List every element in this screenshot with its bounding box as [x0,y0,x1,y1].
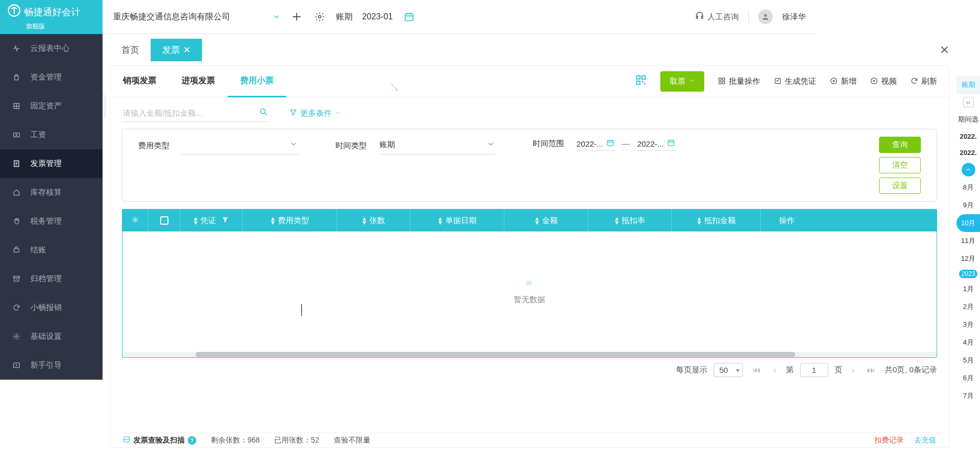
filter-settings-button[interactable]: 设置 [879,178,921,194]
sidebar-item-11[interactable]: 新手引导 [0,351,103,380]
float-month[interactable]: 10月 [956,214,980,232]
time-range-label: 时间范围 [533,139,568,149]
sort-icon[interactable]: ▲▼ [270,216,276,225]
expense-type-select[interactable] [181,137,299,154]
sort-icon[interactable]: ▲▼ [193,216,199,225]
float-month[interactable]: 3月 [956,316,980,334]
page-tab-0[interactable]: 首页 [110,39,151,61]
column-header-0[interactable]: ▲▼凭证 [180,209,243,231]
search-input[interactable] [122,104,268,121]
float-tab-period[interactable]: 账期 [956,76,980,94]
video-button[interactable]: 视频 [870,76,897,86]
column-label: 操作 [779,216,795,226]
sort-icon[interactable]: ▲▼ [362,216,367,225]
clear-button[interactable]: 清空 [879,157,921,173]
close-icon[interactable]: ✕ [940,43,949,57]
column-header-4[interactable]: ▲▼金额 [504,209,588,231]
prev-page-button[interactable]: ‹ [770,366,779,375]
top-header: 重庆畅捷交通信息咨询有限公司 账期 2023-01 人工咨询 徐泽华 [103,0,816,34]
query-button[interactable]: 查询 [879,137,921,153]
float-month[interactable]: 8月 [956,179,980,196]
batch-button[interactable]: 批量操作 [718,76,760,86]
company-select[interactable]: 重庆畅捷交通信息咨询有限公司 [113,12,280,23]
avatar[interactable] [758,9,773,24]
period-float-panel: 账期 ‹‹ 期间选 2022.2022. 8月9月10月11月12月 2023 … [956,76,980,405]
column-header-2[interactable]: ▲▼张数 [337,209,410,231]
help-icon[interactable]: ? [188,436,196,445]
sort-icon[interactable]: ▲▼ [696,216,702,225]
time-type-select[interactable]: 账期 [378,137,496,154]
column-header-6[interactable]: ▲▼抵扣金额 [672,209,761,231]
support-link[interactable]: 人工咨询 [695,11,739,23]
tab-close-icon[interactable]: ✕ [183,45,190,55]
page-tab-1[interactable]: 发票✕ [151,39,202,61]
video-label: 视频 [881,76,897,86]
search-icon[interactable] [259,107,268,119]
float-tab-range[interactable]: 期间选 [956,111,980,128]
sidebar-item-8[interactable]: 归档管理 [0,264,103,293]
sidebar-item-1[interactable]: 资金管理 [0,63,103,92]
float-month[interactable]: 12月 [956,250,980,268]
select-all-checkbox[interactable] [160,216,168,225]
float-month[interactable]: 4月 [956,334,980,351]
sidebar-item-10[interactable]: 基础设置 [0,322,103,351]
float-year-row[interactable]: 2022. [956,145,980,161]
sort-icon[interactable]: ▲▼ [614,216,620,225]
add-label: 新增 [841,76,857,86]
sidebar-item-2[interactable]: 固定资产 [0,92,103,120]
date-from-input[interactable]: 2022-... [576,137,615,151]
column-header-7[interactable]: 操作 [761,209,813,231]
filter-icon[interactable] [221,216,229,225]
svg-rect-6 [13,277,19,278]
expand-left-icon[interactable]: ‹‹ [963,97,974,107]
recharge-link[interactable]: 去充值 [914,436,936,445]
sidebar-item-label: 基础设置 [30,332,62,341]
refresh-button[interactable]: 刷新 [910,76,937,86]
inner-tab-0[interactable]: 销项发票 [110,66,169,97]
sidebar-item-4[interactable]: 发票管理 [0,149,103,178]
float-month[interactable]: 11月 [956,232,980,250]
fetch-button[interactable]: 取票 [660,71,704,92]
float-month[interactable]: 1月 [956,280,980,298]
sidebar-item-7[interactable]: 结账 [0,236,103,264]
gear-icon[interactable] [131,216,139,225]
sidebar-item-3[interactable]: 工资 [0,120,103,149]
qr-icon[interactable] [635,74,647,89]
column-header-1[interactable]: ▲▼费用类型 [243,209,337,231]
float-month[interactable]: 2月 [956,298,980,316]
sidebar-item-label: 固定资产 [30,101,62,111]
column-header-3[interactable]: ▲▼单据日期 [410,209,504,231]
add-button[interactable] [290,10,303,24]
next-page-button[interactable]: › [849,366,858,375]
calendar-icon[interactable] [402,10,416,24]
sidebar-item-5[interactable]: 库存核算 [0,178,103,207]
more-conditions-toggle[interactable]: 更多条件 [289,108,341,118]
float-month[interactable]: 5月 [956,351,980,369]
inner-tab-1[interactable]: 进项发票 [169,66,228,97]
float-year-row[interactable]: 2022. [956,128,980,145]
scroll-top-icon[interactable] [962,163,975,176]
float-month[interactable]: 6月 [956,369,980,387]
charge-log-link[interactable]: 扣费记录 [874,436,904,445]
first-page-button[interactable]: ⏮ [749,366,764,375]
add-button[interactable]: 新增 [830,76,857,86]
per-page-select[interactable]: 50 ▾ [714,363,744,377]
horizontal-scrollbar[interactable] [122,352,937,357]
last-page-button[interactable]: ⏭ [864,366,878,375]
sort-icon[interactable]: ▲▼ [534,216,540,225]
inner-tab-2[interactable]: 费用小票 [228,66,286,97]
float-month[interactable]: 7月 [956,387,980,405]
sidebar-item-0[interactable]: 云报表中心 [0,34,103,63]
money-icon [10,129,22,141]
page-input[interactable]: 1 [800,363,828,377]
column-header-5[interactable]: ▲▼抵扣率 [588,209,672,231]
sidebar-item-6[interactable]: 税务管理 [0,207,103,236]
year-badge: 2023 [959,270,977,278]
generate-voucher-button[interactable]: 生成凭证 [774,76,816,86]
date-to-input[interactable]: 2022-... [636,137,676,151]
sort-icon[interactable]: ▲▼ [437,216,443,225]
sidebar-item-9[interactable]: 小畅报销 [0,293,103,322]
settings-button[interactable] [313,10,326,24]
time-type-label: 时间类型 [335,141,371,151]
float-month[interactable]: 9月 [956,196,980,214]
